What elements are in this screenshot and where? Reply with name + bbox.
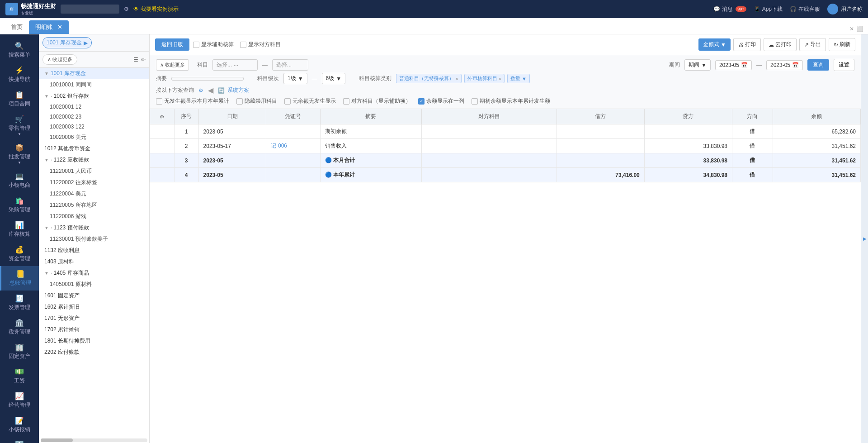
tree-node-1405[interactable]: ▼ · 1405 库存商品: [39, 267, 149, 279]
query-btn[interactable]: 查询: [807, 59, 829, 71]
checkbox-no-amount[interactable]: 无发生额显示本月本年累计: [156, 97, 229, 105]
sidebar-item-invoice[interactable]: 🧾 发票管理: [0, 291, 39, 315]
system-scheme-btn[interactable]: 🔄 系统方案: [218, 86, 249, 94]
demo-btn[interactable]: 👁 我要看实例演示: [133, 5, 179, 13]
settings-icon[interactable]: ⚙: [124, 6, 129, 12]
tree-node-11220006[interactable]: 11220006 游戏: [39, 211, 149, 222]
checkbox-opposite-aux[interactable]: 对方科目（显示辅助项）: [343, 97, 411, 105]
tree-node-1012[interactable]: 1012 其他货币资金: [39, 143, 149, 154]
checkbox-hide-disabled[interactable]: 隐藏禁用科目: [236, 97, 277, 105]
checkbox-no-balance[interactable]: 无余额无发生显示: [284, 97, 336, 105]
tab-home[interactable]: 首页: [5, 20, 29, 34]
sidebar-item-ledger[interactable]: 📒 总账管理: [0, 266, 39, 291]
collapse-more-btn[interactable]: ∧ 收起更多: [42, 54, 77, 65]
tree-node-1801[interactable]: 1801 长期待摊费用: [39, 335, 149, 347]
sidebar-item-finance[interactable]: 💰 资金管理: [0, 242, 39, 266]
period-type-select[interactable]: 期间 ▼: [684, 59, 711, 71]
level-end-select[interactable]: 6级 ▼: [322, 73, 346, 84]
top-search-input[interactable]: [61, 5, 119, 14]
sidebar-item-search[interactable]: 🔍 搜索菜单: [0, 38, 39, 62]
print-btn[interactable]: 🖨 打印: [733, 38, 761, 51]
level-start-select[interactable]: 1级 ▼: [283, 73, 307, 84]
scheme-collapse-btn[interactable]: ∧ 收起更多: [156, 59, 189, 71]
tree-node-1132[interactable]: 1132 应收利息: [39, 245, 149, 256]
sidebar-item-tax[interactable]: 🏛️ 税务管理: [0, 315, 39, 339]
return-old-btn[interactable]: 返回旧版: [155, 38, 189, 51]
show-aux-checkbox[interactable]: 显示辅助核算: [193, 41, 234, 48]
tree-scrollbar[interactable]: [41, 438, 73, 442]
sidebar-item-assets[interactable]: 🏢 固定资产: [0, 339, 39, 364]
right-panel-toggle[interactable]: ▶: [861, 34, 868, 443]
sidebar-item-salary[interactable]: 💵 工资: [0, 364, 39, 388]
sidebar-item-contract[interactable]: 📋 项目合同: [0, 87, 39, 111]
period-end-field[interactable]: 2023-05 📅: [766, 60, 803, 70]
export-btn[interactable]: ↗ 导出: [799, 38, 826, 51]
th-settings[interactable]: ⚙: [150, 109, 175, 124]
tree-node-10020001[interactable]: 10020001 12: [39, 102, 149, 112]
tree-node-1602[interactable]: 1602 累计折旧: [39, 301, 149, 313]
tree-node-1002[interactable]: ▼ · 1002 银行存款: [39, 91, 149, 102]
voucher-link[interactable]: 记-006: [271, 143, 287, 149]
checkbox-balance-col[interactable]: ✓ 余额显示在一列: [418, 97, 464, 105]
tab-detail[interactable]: 明细账 ✕: [29, 20, 69, 34]
sidebar-item-expense[interactable]: 📝 小畅报销: [0, 413, 39, 437]
subject-filter-end[interactable]: 选择...: [272, 59, 308, 71]
amount-mode-btn[interactable]: 金额式 ▼: [698, 38, 731, 51]
scheme-settings-icon[interactable]: ⚙: [198, 87, 203, 94]
tag-foreign-close[interactable]: ×: [499, 76, 501, 81]
show-opposite-checkbox[interactable]: 显示对方科目: [240, 41, 281, 48]
tree-node-10020006[interactable]: 10020006 美元: [39, 132, 149, 143]
close-window-icon[interactable]: ✕: [849, 26, 854, 32]
tree-list-icon[interactable]: ☰: [133, 57, 138, 63]
message-btn[interactable]: 💬 消息 99+: [713, 5, 746, 13]
selected-account[interactable]: 1001 库存现金 ▶: [42, 37, 92, 48]
online-service-btn[interactable]: 🎧 在线客服: [790, 5, 820, 13]
tree-node-2202[interactable]: 2202 应付账款: [39, 347, 149, 358]
sidebar-item-nav[interactable]: ⚡ 快捷导航: [0, 62, 39, 87]
sidebar-item-ecommerce[interactable]: 💻 小畅电商: [0, 168, 39, 193]
summary-input[interactable]: [171, 77, 244, 81]
sidebar-item-purchase[interactable]: 🛍️ 采购管理: [0, 193, 39, 217]
tree-node-1001[interactable]: ▼ 1001 库存现金: [39, 68, 149, 79]
inventory-icon: 📊: [2, 221, 37, 229]
tree-node-11230001[interactable]: 11230001 预付账款美子: [39, 233, 149, 245]
tree-node-1403[interactable]: 1403 原材料: [39, 256, 149, 267]
tree-node-10020003[interactable]: 10020003 122: [39, 122, 149, 132]
app-download-btn[interactable]: 📱 App下载: [754, 5, 783, 13]
tag-quantity-dropdown[interactable]: ▼: [522, 76, 527, 81]
sidebar-item-retail[interactable]: 🛒 零售管理 ▼: [0, 111, 39, 140]
tree-node-1123[interactable]: ▼ · 1123 预付账款: [39, 222, 149, 233]
tree-node-11220001[interactable]: 11220001 人民币: [39, 166, 149, 177]
account-arrow-icon[interactable]: ▶: [84, 40, 88, 46]
user-area[interactable]: 用户名称: [827, 4, 863, 14]
tree-node-14050001[interactable]: 14050001 原材料: [39, 279, 149, 290]
refresh-btn[interactable]: ↻ 刷新: [829, 38, 855, 51]
th-num: 序号: [174, 109, 198, 124]
tree-node-1601[interactable]: 1601 固定资产: [39, 290, 149, 301]
tree-node-10020002[interactable]: 10020002 23: [39, 112, 149, 122]
sidebar-item-wholesale[interactable]: 📦 批发管理 ▼: [0, 140, 39, 168]
scheme-collapse-left-icon[interactable]: ◀: [208, 86, 213, 95]
subject-filter-input[interactable]: 选择... ···: [212, 59, 258, 71]
tab-close-icon[interactable]: ✕: [57, 24, 62, 30]
tree-node-11220005[interactable]: 11220005 所在地区: [39, 200, 149, 211]
row4-summary: 🔵 本年累计: [320, 168, 421, 182]
maximize-window-icon[interactable]: ⬜: [857, 26, 863, 32]
row3-credit: 33,830.98: [644, 153, 732, 168]
sidebar-item-inventory[interactable]: 📊 库存核算: [0, 217, 39, 242]
period-start-field[interactable]: 2023-05 📅: [715, 60, 752, 70]
tree-node-1122[interactable]: ▼ · 1122 应收账款: [39, 154, 149, 166]
checkbox-opening-balance[interactable]: 期初余额显示本年累计发生额: [472, 97, 550, 105]
settings-btn[interactable]: 设置: [834, 59, 854, 71]
subject-more-icon[interactable]: ···: [234, 62, 238, 68]
cloud-print-btn[interactable]: ☁ 云打印: [764, 38, 797, 51]
tree-node-1702[interactable]: 1702 累计摊销: [39, 324, 149, 335]
tag-normal-close[interactable]: ×: [455, 76, 458, 81]
sidebar-item-basic[interactable]: ℹ️ 基础信息: [0, 437, 39, 443]
tree-node-10010001[interactable]: 10010001 同同同: [39, 79, 149, 91]
tree-node-1701[interactable]: 1701 无形资产: [39, 313, 149, 324]
sidebar-item-operations[interactable]: 📈 经营管理: [0, 388, 39, 413]
tree-edit-icon[interactable]: ✏: [141, 57, 146, 63]
tree-node-11220002[interactable]: 11220002 往来标签: [39, 177, 149, 188]
tree-node-11220004[interactable]: 11220004 美元: [39, 188, 149, 200]
